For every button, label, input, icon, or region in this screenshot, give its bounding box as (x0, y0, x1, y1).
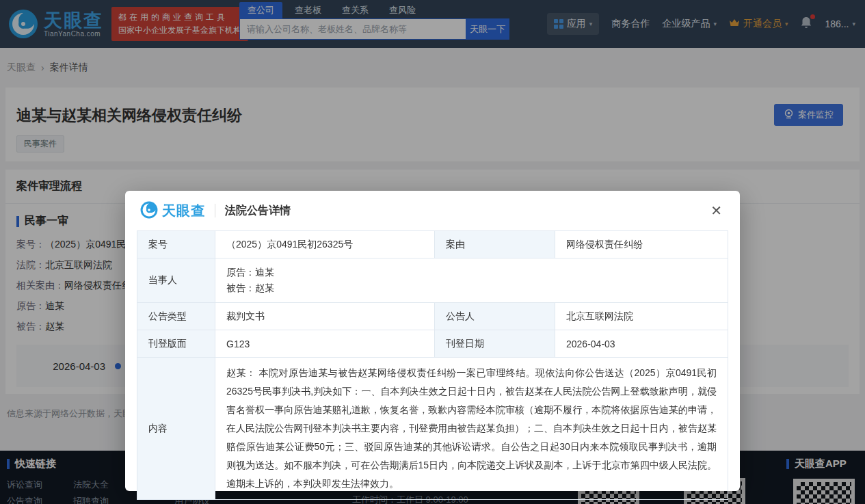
publish-page-label: 刊登版面 (137, 330, 215, 358)
cause-label: 案由 (435, 231, 555, 258)
modal-brand-name: 天眼查 (162, 202, 205, 220)
modal-header: 天眼查 法院公告详情 ✕ (125, 191, 740, 230)
announcer-value: 北京互联网法院 (555, 303, 728, 330)
case-no-label: 案号 (137, 231, 215, 258)
table-row: 公告类型 裁判文书 公告人 北京互联网法院 (137, 303, 728, 330)
modal-title: 法院公告详情 (225, 204, 291, 218)
party-label: 当事人 (137, 258, 215, 303)
table-row: 刊登版面 G123 刊登日期 2026-04-03 (137, 330, 728, 358)
content-label: 内容 (137, 358, 215, 500)
cause-value: 网络侵权责任纠纷 (555, 231, 728, 258)
modal-logo: 天眼查 (140, 201, 205, 221)
announcement-table: 案号 （2025）京0491民初26325号 案由 网络侵权责任纠纷 当事人 原… (137, 230, 728, 500)
modal-header-divider (215, 204, 215, 217)
table-row: 内容 赵某： 本院对原告迪某与被告赵某网络侵权责任纠纷一案已审理终结。现依法向你… (137, 358, 728, 500)
party-value: 原告：迪某 被告：赵某 (215, 258, 728, 303)
tianyancha-swirl-icon (140, 201, 158, 221)
publish-date-value: 2026-04-03 (555, 330, 728, 358)
announcement-type-value: 裁判文书 (215, 303, 435, 330)
announcer-label: 公告人 (435, 303, 555, 330)
court-announcement-modal: 天眼查 法院公告详情 ✕ 案号 （2025）京0491民初26325号 案由 网… (125, 191, 740, 491)
modal-body: 案号 （2025）京0491民初26325号 案由 网络侵权责任纠纷 当事人 原… (125, 230, 740, 500)
publish-page-value: G123 (215, 330, 435, 358)
table-row: 当事人 原告：迪某 被告：赵某 (137, 258, 728, 303)
close-icon[interactable]: ✕ (708, 201, 725, 220)
publish-date-label: 刊登日期 (435, 330, 555, 358)
content-value: 赵某： 本院对原告迪某与被告赵某网络侵权责任纠纷一案已审理终结。现依法向你公告送… (215, 358, 728, 500)
announcement-type-label: 公告类型 (137, 303, 215, 330)
table-row: 案号 （2025）京0491民初26325号 案由 网络侵权责任纠纷 (137, 231, 728, 258)
case-no-value: （2025）京0491民初26325号 (215, 231, 435, 258)
